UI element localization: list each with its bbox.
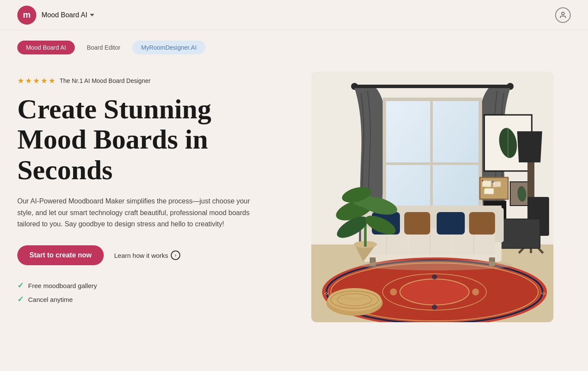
svg-rect-29 xyxy=(498,219,540,248)
star-4: ★ xyxy=(41,76,48,86)
hero-headline: Create Stunning Mood Boards in Seconds xyxy=(17,94,285,185)
nav-tabs: Mood Board AI Board Editor MyRoomDesigne… xyxy=(0,30,588,63)
star-rating: ★ ★ ★ ★ ★ xyxy=(17,76,55,86)
logo-icon[interactable]: m xyxy=(17,6,36,25)
svg-rect-83 xyxy=(493,181,501,187)
svg-point-85 xyxy=(482,180,483,181)
brand-name-label: Mood Board AI xyxy=(42,11,87,19)
right-panel xyxy=(311,72,571,322)
svg-rect-41 xyxy=(404,212,430,235)
tab-mood-board-ai[interactable]: Mood Board AI xyxy=(17,41,75,54)
arrow-right-icon: › xyxy=(171,251,180,260)
star-1: ★ xyxy=(17,76,24,86)
svg-point-57 xyxy=(390,289,397,295)
svg-rect-14 xyxy=(383,162,482,165)
brand-nav[interactable]: Mood Board AI xyxy=(42,11,94,19)
rating-label: The Nr.1 AI Mood Board Designer xyxy=(60,77,150,84)
svg-point-59 xyxy=(432,274,437,279)
feature-item-cancel: ✓ Cancel anytime xyxy=(17,295,285,304)
svg-point-53 xyxy=(400,279,469,305)
svg-rect-84 xyxy=(484,188,494,194)
left-panel: ★ ★ ★ ★ ★ The Nr.1 AI Mood Board Designe… xyxy=(17,72,285,304)
svg-point-86 xyxy=(492,181,494,183)
header-left: m Mood Board AI xyxy=(17,6,94,25)
svg-point-60 xyxy=(432,304,437,310)
svg-rect-43 xyxy=(469,212,495,235)
feature-item-gallery: ✓ Free moodboard gallery xyxy=(17,281,285,290)
header: m Mood Board AI xyxy=(0,0,588,30)
user-account-button[interactable] xyxy=(555,7,571,23)
tab-board-editor[interactable]: Board Editor xyxy=(78,41,129,54)
star-3: ★ xyxy=(33,76,40,86)
chevron-down-icon xyxy=(90,14,94,16)
tab-myroom-designer[interactable]: MyRoomDesigner.AI xyxy=(132,41,205,54)
start-create-button[interactable]: Start to create now xyxy=(17,245,104,265)
main-content: ★ ★ ★ ★ ★ The Nr.1 AI Mood Board Designe… xyxy=(0,63,588,339)
svg-rect-42 xyxy=(437,212,465,235)
rating-row: ★ ★ ★ ★ ★ The Nr.1 AI Mood Board Designe… xyxy=(17,76,285,86)
user-icon xyxy=(559,11,567,19)
svg-point-87 xyxy=(483,187,485,189)
learn-how-button[interactable]: Learn how it works › xyxy=(114,251,180,260)
room-image xyxy=(311,72,553,322)
cta-row: Start to create now Learn how it works › xyxy=(17,245,285,265)
svg-point-0 xyxy=(562,12,564,15)
check-icon-gallery: ✓ xyxy=(17,281,24,290)
hero-description: Our AI-Powered Moodboard Maker simplifie… xyxy=(17,196,259,230)
svg-point-58 xyxy=(472,289,479,295)
star-2: ★ xyxy=(25,76,32,86)
svg-point-90 xyxy=(361,260,512,270)
room-scene-svg xyxy=(311,72,553,322)
svg-rect-4 xyxy=(355,85,510,88)
feature-list: ✓ Free moodboard gallery ✓ Cancel anytim… xyxy=(17,281,285,304)
svg-rect-82 xyxy=(482,181,491,187)
check-icon-cancel: ✓ xyxy=(17,295,24,304)
star-5: ★ xyxy=(48,76,55,86)
